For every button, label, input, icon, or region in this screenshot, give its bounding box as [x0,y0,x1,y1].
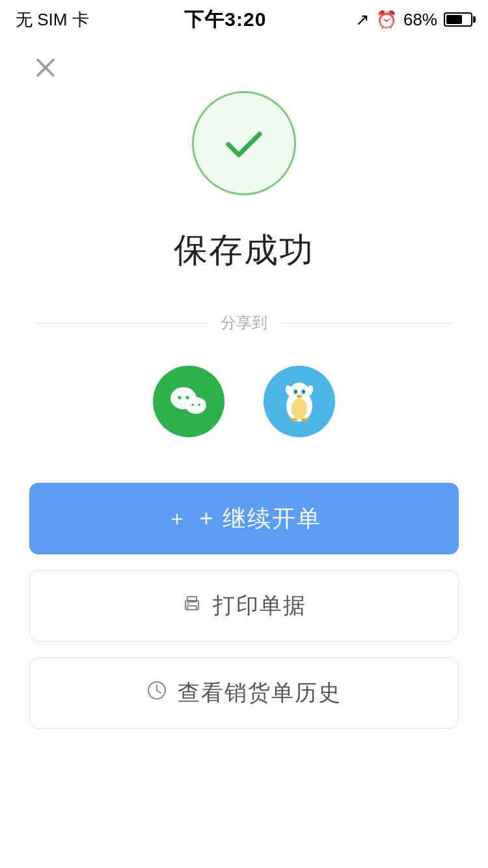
qq-share-button[interactable] [264,366,335,437]
svg-line-27 [157,690,161,693]
wechat-share-button[interactable] [153,366,224,437]
divider-right [280,323,452,323]
main-content: 保存成功 分享到 [0,39,488,729]
print-label: 打印单据 [213,591,306,621]
action-buttons: ＋ + 继续开单 打印单据 查看销货单历史 [29,483,459,729]
close-button[interactable] [29,51,62,85]
status-time: 下午3:20 [184,7,266,33]
plus-icon: ＋ [167,504,189,533]
svg-point-18 [301,418,308,422]
location-icon: ↗ [355,10,370,30]
qq-logo [280,379,319,424]
clock-icon [146,680,167,706]
success-icon-circle [192,91,296,195]
svg-point-7 [191,403,194,406]
battery-icon [444,12,472,27]
status-bar: 无 SIM 卡 下午3:20 ↗ ⏰ 68% [0,0,488,39]
svg-point-8 [198,403,200,406]
svg-point-6 [186,396,189,400]
svg-point-5 [178,396,182,400]
printer-icon [182,593,202,619]
continue-label: + 继续开单 [199,503,321,535]
svg-point-24 [187,603,189,605]
svg-rect-23 [187,606,197,610]
svg-point-16 [291,398,307,419]
history-button[interactable]: 查看销货单历史 [29,657,459,729]
alarm-icon: ⏰ [376,10,397,30]
status-left: 无 SIM 卡 [16,8,96,31]
svg-point-15 [297,395,302,398]
share-label: 分享到 [221,312,267,333]
status-right: ↗ ⏰ 68% [355,10,472,30]
svg-point-13 [295,391,297,393]
continue-button[interactable]: ＋ + 继续开单 [29,483,459,554]
print-button[interactable]: 打印单据 [29,570,459,642]
divider-left [36,323,208,323]
history-label: 查看销货单历史 [178,678,342,708]
share-divider: 分享到 [36,312,452,333]
carrier-text: 无 SIM 卡 [16,8,89,31]
success-title: 保存成功 [174,228,314,273]
svg-point-17 [291,418,297,422]
battery-percent: 68% [403,10,437,30]
wechat-logo [169,384,209,419]
svg-point-4 [185,397,206,414]
checkmark-icon [218,117,270,169]
share-icons [153,366,335,437]
svg-point-14 [303,391,305,393]
